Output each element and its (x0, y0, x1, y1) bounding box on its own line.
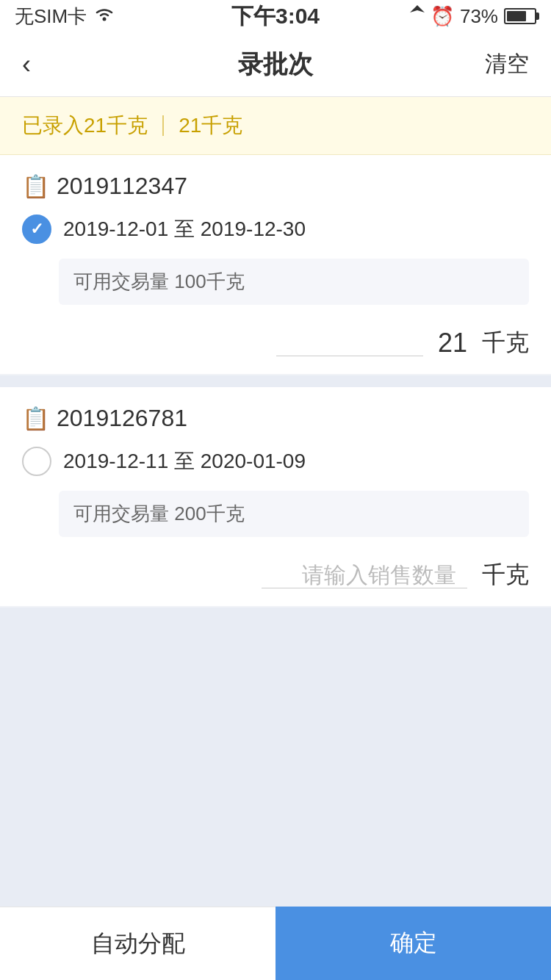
battery-fill (507, 11, 526, 21)
carrier-text: 无SIM卡 (15, 4, 87, 29)
status-left: 无SIM卡 (15, 4, 115, 29)
batch-header-1: 📋 2019112347 (0, 155, 551, 207)
status-bar: 无SIM卡 下午3:04 ⏰ 73% (0, 0, 551, 32)
batch-date-row-2[interactable]: 2019-12-11 至 2020-01-09 (0, 439, 551, 483)
page-title: 录批次 (238, 48, 313, 82)
time-display: 下午3:04 (231, 1, 320, 32)
summary-divider (162, 115, 164, 136)
quantity-input-2[interactable] (262, 563, 467, 588)
batch-header-2: 📋 2019126781 (0, 387, 551, 439)
nav-bar: ‹ 录批次 清空 (0, 32, 551, 97)
svg-point-0 (103, 17, 107, 21)
input-row-2: 千克 (0, 544, 551, 606)
footer: 自动分配 确定 (0, 907, 551, 980)
separator-1 (0, 375, 551, 387)
location-icon (410, 5, 425, 28)
radio-button-2[interactable] (22, 447, 51, 476)
batch-number-1: 2019112347 (57, 173, 187, 200)
batch-doc-icon-2: 📋 (22, 406, 49, 431)
batch-available-2: 可用交易量 200千克 (59, 491, 529, 537)
input-unit-2: 千克 (482, 559, 529, 591)
back-button[interactable]: ‹ (22, 49, 31, 80)
batch-date-row-1[interactable]: 2019-12-01 至 2019-12-30 (0, 207, 551, 251)
quantity-unit-1: 千克 (482, 327, 529, 359)
batch-available-1: 可用交易量 100千克 (59, 259, 529, 305)
batch-card-1: 📋 2019112347 2019-12-01 至 2019-12-30 可用交… (0, 155, 551, 374)
batch-date-2: 2019-12-11 至 2020-01-09 (63, 447, 306, 475)
batch-card-2: 📋 2019126781 2019-12-11 至 2020-01-09 可用交… (0, 387, 551, 606)
quantity-row-1: 21 千克 (0, 312, 551, 374)
quantity-underline-1 (276, 356, 423, 356)
clear-button[interactable]: 清空 (485, 49, 529, 79)
recorded-label: 已录入21千克 (22, 112, 148, 140)
batch-number-2: 2019126781 (57, 405, 187, 432)
status-right: ⏰ 73% (410, 5, 536, 28)
wifi-icon (94, 5, 115, 28)
summary-bar: 已录入21千克 21千克 (0, 97, 551, 155)
confirm-button[interactable]: 确定 (276, 907, 551, 980)
total-label: 21千克 (179, 112, 242, 140)
batch-date-1: 2019-12-01 至 2019-12-30 (63, 215, 306, 243)
battery-percent: 73% (460, 5, 498, 28)
quantity-value-1[interactable]: 21 (438, 328, 467, 359)
battery-icon (504, 8, 536, 24)
alarm-icon: ⏰ (431, 5, 454, 28)
auto-allocate-button[interactable]: 自动分配 (0, 907, 276, 980)
radio-button-1[interactable] (22, 215, 51, 244)
batch-doc-icon-1: 📋 (22, 173, 49, 199)
